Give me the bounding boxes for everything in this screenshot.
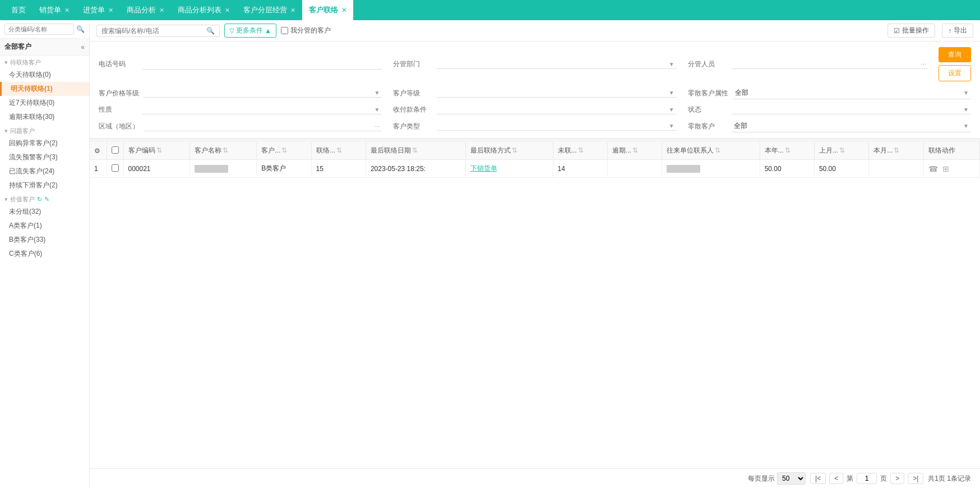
row-uncontacted: 14 bbox=[553, 160, 607, 178]
pager-prev-button[interactable]: < bbox=[829, 473, 843, 484]
filter-customer-level-select[interactable]: ▼ bbox=[437, 89, 676, 98]
col-settings[interactable]: ⚙ bbox=[90, 142, 107, 160]
filter-manager-select[interactable]: ··· bbox=[732, 59, 928, 69]
row-index: 1 bbox=[90, 160, 107, 178]
filter-payment-select[interactable]: ▼ bbox=[437, 105, 676, 114]
filter-price-level-select[interactable]: ▼ bbox=[144, 89, 382, 98]
pager-last-button[interactable]: >| bbox=[908, 473, 923, 484]
sidebar-item-abnormal-repurchase[interactable]: 回购异常客户(2) bbox=[0, 136, 89, 150]
contact-count-sort-icon[interactable]: ⇅ bbox=[336, 146, 342, 154]
sidebar-item-today-pending[interactable]: 今天待联络(0) bbox=[0, 68, 89, 82]
date-sort-icon[interactable]: ⇅ bbox=[412, 146, 418, 154]
sidebar-search-icon[interactable]: 🔍 bbox=[76, 25, 85, 33]
sidebar-item-overdue-pending[interactable]: 逾期未联络(30) bbox=[0, 110, 89, 124]
filter-manager-row: 分管人员 ··· 查询 设置 bbox=[688, 47, 971, 81]
export-button[interactable]: ↑ 导出 bbox=[942, 24, 973, 38]
sidebar-item-class-a[interactable]: A类客户(1) bbox=[0, 219, 89, 233]
uncontacted-sort-icon[interactable]: ⇅ bbox=[578, 146, 584, 154]
filter-region-select[interactable]: ··· bbox=[144, 122, 382, 131]
nav-item-customer-contact[interactable]: 客户联络 ✕ bbox=[302, 0, 353, 20]
sidebar-collapse-icon[interactable]: « bbox=[81, 43, 85, 51]
row-last-contact-method[interactable]: 下销货单 bbox=[465, 160, 553, 178]
sidebar-item-churned[interactable]: 已流失客户(24) bbox=[0, 164, 89, 178]
setting-button[interactable]: 设置 bbox=[939, 65, 971, 81]
close-customer-contact-icon[interactable]: ✕ bbox=[341, 7, 346, 14]
sidebar-item-class-b[interactable]: B类客户(33) bbox=[0, 233, 89, 247]
manager-more-icon: ··· bbox=[921, 61, 926, 67]
row-code: 000021 bbox=[123, 160, 190, 178]
nav-item-sales[interactable]: 销货单 ✕ bbox=[33, 0, 76, 20]
sidebar-all-customers-header[interactable]: 全部客户 « bbox=[0, 39, 89, 56]
select-all-checkbox[interactable] bbox=[112, 146, 119, 154]
close-sales-icon[interactable]: ✕ bbox=[64, 7, 70, 14]
main-search-icon[interactable]: 🔍 bbox=[206, 27, 215, 35]
row-select-checkbox[interactable] bbox=[112, 164, 119, 172]
col-last-month: 上月...⇅ bbox=[814, 142, 868, 160]
value-group-refresh-icon[interactable]: ↻ bbox=[37, 196, 42, 203]
filter-gender-select[interactable]: ▼ bbox=[142, 105, 382, 114]
method-sort-icon[interactable]: ⇅ bbox=[512, 146, 517, 154]
export-icon: ↑ bbox=[948, 27, 951, 35]
filter-dept-select[interactable]: ▼ bbox=[437, 60, 676, 69]
sidebar-search-input[interactable] bbox=[4, 24, 74, 35]
filter-retail-customer-select[interactable]: 全部 ▼ bbox=[732, 120, 971, 132]
page-number-input[interactable] bbox=[857, 473, 877, 484]
filter-customer-type-row: 客户类型 ▼ bbox=[393, 122, 676, 131]
type-sort-icon[interactable]: ⇅ bbox=[281, 146, 287, 154]
sidebar-item-7days-pending[interactable]: 近7天待联络(0) bbox=[0, 96, 89, 110]
value-group-edit-icon[interactable]: ✎ bbox=[44, 196, 49, 203]
tmonth-sort-icon[interactable]: ⇅ bbox=[894, 146, 899, 154]
sidebar-value-group: 价值客户 ↻ ✎ bbox=[0, 192, 89, 205]
main-search-input[interactable] bbox=[101, 27, 204, 35]
sidebar-item-class-c[interactable]: C类客户(6) bbox=[0, 247, 89, 261]
nav-item-product-analysis[interactable]: 商品分析 ✕ bbox=[120, 0, 171, 20]
checkbox-icon: ☑ bbox=[894, 27, 900, 35]
sidebar-item-continuous-decline[interactable]: 持续下滑客户(2) bbox=[0, 178, 89, 192]
sidebar-item-churn-warning[interactable]: 流失预警客户(3) bbox=[0, 150, 89, 164]
col-contact-person: 往来单位联系人⇅ bbox=[662, 142, 760, 160]
row-actions: ☎ ⊞ bbox=[923, 160, 979, 178]
my-customers-checkbox[interactable] bbox=[281, 27, 288, 34]
filter-price-level-row: 客户价格等级 ▼ bbox=[99, 89, 382, 98]
filter-status-select[interactable]: ▼ bbox=[732, 105, 971, 114]
lmonth-sort-icon[interactable]: ⇅ bbox=[839, 146, 845, 154]
name-sort-icon[interactable]: ⇅ bbox=[223, 146, 228, 154]
year-sort-icon[interactable]: ⇅ bbox=[785, 146, 791, 154]
filter-retail-customer-label: 零散客户 bbox=[688, 122, 727, 131]
nav-item-product-list[interactable]: 商品分析列表 ✕ bbox=[171, 0, 237, 20]
filter-retail-attr-select[interactable]: 全部 ▼ bbox=[733, 87, 971, 99]
filter-chevron-icon: ▲ bbox=[265, 27, 271, 35]
filter-status-label: 状态 bbox=[688, 105, 727, 114]
close-product-analysis-icon[interactable]: ✕ bbox=[159, 7, 164, 14]
pager-next-button[interactable]: > bbox=[890, 473, 904, 484]
close-customer-tier-icon[interactable]: ✕ bbox=[290, 7, 295, 14]
filter-customer-type-select[interactable]: ▼ bbox=[437, 122, 676, 131]
sidebar-item-tomorrow-pending[interactable]: 明天待联络(1) bbox=[0, 82, 89, 96]
toolbar-right: ☑ 批量操作 ↑ 导出 bbox=[887, 24, 973, 38]
nav-item-purchase[interactable]: 进货单 ✕ bbox=[76, 0, 120, 20]
sidebar-item-ungrouped[interactable]: 未分组(32) bbox=[0, 205, 89, 219]
page-size-area: 每页显示 50 100 200 bbox=[748, 472, 806, 485]
my-customers-checkbox-label[interactable]: 我分管的客户 bbox=[281, 26, 331, 35]
col-checkbox[interactable] bbox=[107, 142, 123, 160]
person-sort-icon[interactable]: ⇅ bbox=[715, 146, 720, 154]
status-chevron-icon: ▼ bbox=[963, 107, 969, 113]
nav-item-customer-tier[interactable]: 客户分层经营 ✕ bbox=[237, 0, 302, 20]
filter-retail-attr-label: 零散客户属性 bbox=[688, 89, 728, 98]
row-action-grid-icon[interactable]: ⊞ bbox=[942, 164, 949, 173]
filter-gender-label: 性质 bbox=[99, 105, 138, 114]
row-action-phone-icon[interactable]: ☎ bbox=[928, 164, 938, 173]
overdue-sort-icon[interactable]: ⇅ bbox=[632, 146, 638, 154]
page-size-select[interactable]: 50 100 200 bbox=[777, 472, 806, 485]
filter-phone-input[interactable] bbox=[142, 59, 382, 70]
close-purchase-icon[interactable]: ✕ bbox=[108, 7, 113, 14]
more-filter-button[interactable]: ▽ 更多条件 ▲ bbox=[224, 24, 276, 38]
batch-operation-button[interactable]: ☑ 批量操作 bbox=[887, 24, 935, 38]
close-product-list-icon[interactable]: ✕ bbox=[225, 7, 230, 14]
query-button[interactable]: 查询 bbox=[939, 47, 971, 62]
pager-first-button[interactable]: |< bbox=[810, 473, 826, 484]
code-sort-icon[interactable]: ⇅ bbox=[156, 146, 162, 154]
nav-item-home[interactable]: 首页 bbox=[4, 0, 33, 20]
row-checkbox[interactable] bbox=[107, 160, 123, 178]
action-icons-group: ☎ ⊞ bbox=[928, 164, 975, 173]
